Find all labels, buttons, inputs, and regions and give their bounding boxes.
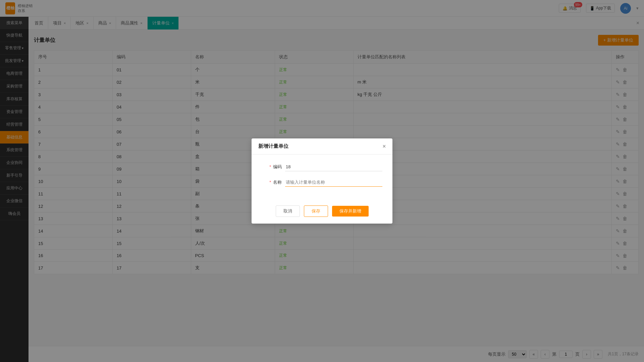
- form-row-name: * 名称: [262, 178, 382, 187]
- code-required: *: [269, 164, 271, 169]
- save-and-add-button[interactable]: 保存并新增: [332, 206, 369, 217]
- code-label: * 编码: [262, 164, 282, 170]
- modal-title: 新增计量单位: [258, 143, 288, 149]
- modal-add-unit: 新增计量单位 × * 编码 * 名称 取消 保存 保存并新增: [252, 138, 392, 224]
- name-input[interactable]: [285, 178, 382, 187]
- modal-footer: 取消 保存 保存并新增: [252, 201, 392, 224]
- modal-body: * 编码 * 名称: [252, 155, 392, 201]
- form-row-code: * 编码: [262, 163, 382, 171]
- modal-overlay[interactable]: 新增计量单位 × * 编码 * 名称 取消 保存 保存并新增: [0, 0, 644, 362]
- modal-close-button[interactable]: ×: [383, 143, 386, 149]
- cancel-button[interactable]: 取消: [276, 205, 300, 217]
- name-required: *: [269, 180, 271, 185]
- name-label: * 名称: [262, 179, 282, 185]
- code-input[interactable]: [285, 163, 382, 171]
- save-button[interactable]: 保存: [304, 205, 328, 217]
- modal-header: 新增计量单位 ×: [252, 138, 392, 155]
